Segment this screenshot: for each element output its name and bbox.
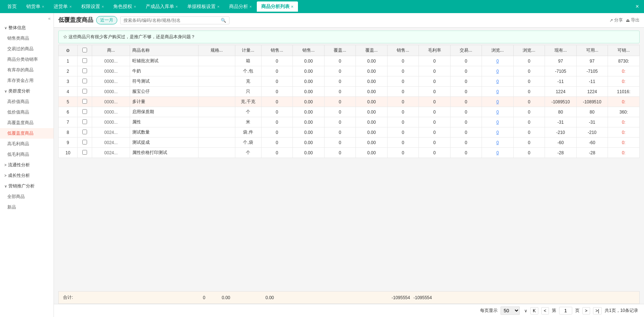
cell-check[interactable] [77,76,92,87]
sidebar-item-stock-capital[interactable]: 库存资金占用 [0,75,54,86]
cell-check[interactable] [77,148,92,158]
nav-tab-purchase[interactable]: 进货单 × [49,1,76,12]
next-page-button[interactable]: > [582,307,590,314]
col-header-sales-qty[interactable]: 销售... [261,45,293,56]
sidebar-item-new-goods[interactable]: 新品 [0,202,54,213]
sidebar-item-low-value[interactable]: 低价值商品 [0,107,54,118]
cell-check[interactable] [77,138,92,148]
cell-browse1[interactable]: 0 [482,87,514,97]
col-header-check[interactable] [77,45,92,56]
cell-check[interactable] [77,97,92,107]
col-header-spec[interactable]: 规格... [198,45,235,56]
row-checkbox[interactable] [82,150,87,155]
col-header-current[interactable]: 现有... [545,45,577,56]
close-icon[interactable]: × [250,4,252,9]
cell-spec [198,76,235,87]
row-checkbox[interactable] [82,79,87,83]
cell-check[interactable] [77,117,92,127]
row-checkbox[interactable] [82,89,87,94]
close-icon[interactable]: × [102,4,104,9]
sidebar-item-sales-goods[interactable]: 销售类商品 [0,33,54,44]
close-icon[interactable]: × [42,4,44,9]
col-header-sales3[interactable]: 销售... [387,45,419,56]
col-header-name[interactable]: 商品名称 [130,45,198,56]
nav-tab-role[interactable]: 角色授权 × [109,1,140,12]
col-header-browse2[interactable]: 浏览... [513,45,545,56]
sidebar-item-low-margin[interactable]: 低毛利商品 [0,149,54,160]
cell-check[interactable] [77,127,92,138]
nav-tab-sales[interactable]: 销货单 × [22,1,48,12]
col-header-gross[interactable]: 毛利率 [419,45,451,56]
row-checkbox[interactable] [82,68,87,73]
cell-browse1[interactable]: 0 [482,107,514,117]
cell-check[interactable] [77,87,92,97]
sidebar-section-marketing[interactable]: ∨ 营销推广分析 [0,181,54,191]
search-input[interactable] [123,18,219,23]
nav-tab-template[interactable]: 单据模板设置 × [183,1,224,12]
page-number-input[interactable] [559,307,572,314]
cell-browse1[interactable]: 0 [482,56,514,66]
first-page-button[interactable]: K [530,307,538,314]
sidebar-item-in-stock[interactable]: 有库存的商品 [0,65,54,75]
sidebar-item-category-rate[interactable]: 商品分类动销率 [0,54,54,65]
sidebar-section-overall[interactable]: ∨ 整体信息 [0,23,54,33]
sidebar-item-high-margin[interactable]: 高毛利商品 [0,139,54,149]
page-size-select[interactable]: 50 100 200 [500,306,520,315]
sidebar-item-all-goods[interactable]: 全部商品 [0,191,54,202]
nav-tab-analysis-list[interactable]: 商品分析列表 × [257,1,298,12]
cell-browse1[interactable]: 0 [482,127,514,138]
nav-tab-permission[interactable]: 权限设置 × [77,1,108,12]
cell-browse1[interactable]: 0 [482,117,514,127]
export-button[interactable]: ⏏ 导出 [626,17,640,23]
close-icon[interactable]: × [69,4,71,9]
cell-browse1[interactable]: 0 [482,76,514,87]
col-header-trade[interactable]: 交易... [450,45,482,56]
sidebar-item-high-coverage[interactable]: 高覆盖度商品 [0,118,54,128]
close-icon[interactable]: × [176,4,178,9]
col-header-browse1[interactable]: 浏览... [482,45,514,56]
cell-check[interactable] [77,56,92,66]
data-table-wrapper[interactable]: ⚙ 商... 商品名称 规格... 计量... 销售... 销售... 覆盖..… [58,45,640,291]
nav-tab-product[interactable]: 产成品入库单 × [141,1,182,12]
row-checkbox[interactable] [82,130,87,134]
row-checkbox[interactable] [82,140,87,144]
col-header-sales-amt[interactable]: 销售... [293,45,325,56]
col-header-available[interactable]: 可用... [576,45,608,56]
sidebar-item-high-value[interactable]: 高价值商品 [0,96,54,107]
col-header-saleable[interactable]: 可销... [608,45,640,56]
cell-browse2: 0 [513,107,545,117]
sidebar-item-traded-goods[interactable]: 交易过的商品 [0,44,54,54]
last-page-button[interactable]: >| [593,307,602,314]
prev-page-button[interactable]: < [541,307,549,314]
nav-tab-analysis[interactable]: 商品分析 × [225,1,256,12]
col-header-cover2[interactable]: 覆盖... [356,45,388,56]
select-all-checkbox[interactable] [82,48,87,52]
row-checkbox[interactable] [82,58,87,63]
cell-browse1[interactable]: 0 [482,138,514,148]
sidebar-item-low-coverage[interactable]: 低覆盖度商品 [0,128,54,139]
cell-browse1[interactable]: 0 [482,66,514,76]
cell-check[interactable] [77,107,92,117]
close-icon[interactable]: × [291,4,293,9]
row-checkbox[interactable] [82,109,87,114]
col-header-settings[interactable]: ⚙ [59,45,78,56]
sidebar-section-growth[interactable]: > 成长性分析 [0,170,54,181]
window-close-button[interactable]: × [633,3,641,10]
close-icon[interactable]: × [217,4,219,9]
row-checkbox[interactable] [82,119,87,124]
cell-check[interactable] [77,66,92,76]
col-header-unit[interactable]: 计量... [235,45,261,56]
col-header-code[interactable]: 商... [92,45,130,56]
sidebar-section-group[interactable]: ∨ 类群度分析 [0,86,54,96]
cell-browse1[interactable]: 0 [482,148,514,158]
filter-period-button[interactable]: 近一月 [96,16,117,24]
cell-browse1[interactable]: 0 [482,97,514,107]
sidebar-toggle-button[interactable]: « [0,15,54,23]
sidebar-section-flow[interactable]: > 流通性分析 [0,160,54,170]
col-header-cover1[interactable]: 覆盖... [324,45,356,56]
nav-tab-home[interactable]: 首页 [3,1,21,12]
row-checkbox[interactable] [82,99,87,104]
close-icon[interactable]: × [134,4,136,9]
search-icon[interactable]: 🔍 [221,18,226,23]
share-button[interactable]: ↗ 分享 [609,17,623,23]
